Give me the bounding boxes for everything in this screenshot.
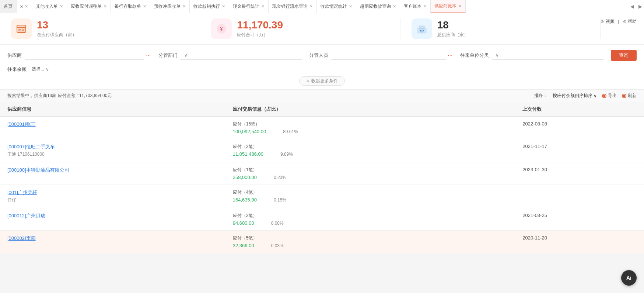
tab-receipt-stat[interactable]: 收款情况统计 ✕ <box>317 0 356 13</box>
tab-bank-deposit[interactable]: 银行存取款单 ✕ <box>111 0 150 13</box>
search-row-2: 往来余额 选择... ∨ <box>7 65 637 74</box>
summary-payable-suppliers: 13 总应付供应商（家） <box>7 18 200 39</box>
tab-cash-flow[interactable]: 现金银行流水查询 ✕ <box>269 0 317 13</box>
balance-arrow: ∨ <box>46 67 49 72</box>
tab-receipt-exec[interactable]: 收款核销执行 ✕ <box>190 0 229 13</box>
supplier-sub-info: 王通 17106110000 <box>7 151 218 158</box>
tx-amount[interactable]: 32,366.00 <box>233 243 254 248</box>
supplier-label: 供应商 <box>7 52 22 59</box>
export-button[interactable]: 导出 <box>602 93 617 99</box>
results-actions: 排序： 按应付余额倒序排序 ∨ 导出 刷新 <box>534 93 637 99</box>
tx-percent: 0.23% <box>274 175 286 180</box>
tab-cash-bank-stat[interactable]: 现金银行统计 ✕ <box>229 0 269 13</box>
tx-info-cell: 应付（2笔）11,051,486.009.89% <box>225 139 515 162</box>
supplier-link[interactable]: [001]广州荣轩 <box>7 190 37 195</box>
supplier-link[interactable]: [000001]张三 <box>7 121 36 127</box>
tx-amount[interactable]: 94,600.00 <box>233 220 254 226</box>
payable-total-amount: 11,170.39 <box>237 20 283 31</box>
tab-prepay[interactable]: 预收冲应收单 ✕ <box>150 0 190 13</box>
tab-cash-bank-stat-label: 现金银行统计 <box>233 3 259 10</box>
supplier-link[interactable]: [000007]恒旺二手叉车 <box>7 144 55 149</box>
tx-amount[interactable]: 164,635.90 <box>233 197 257 203</box>
tab-supplier-book-label: 供应商账本 <box>434 3 456 9</box>
table-row: [000001]张三应付（15笔）100,092,540.0089.61%202… <box>0 117 644 139</box>
nav-right-arrow[interactable]: ▶ <box>636 0 644 13</box>
close-tab-customer[interactable]: ✕ <box>423 4 427 9</box>
results-summary: 搜索结果中，供应商13家 应付金额 111,703,854.00元 <box>7 93 112 99</box>
query-button[interactable]: 查询 <box>611 50 637 61</box>
supplier-link[interactable]: [000012]广州贝瑞 <box>7 213 45 218</box>
balance-dropdown[interactable]: 选择... ∨ <box>29 65 88 74</box>
search-row-1: 供应商 ··· 分管部门 ∨ 分管人员 ··· 往来单位分类 ∨ 查询 <box>7 50 637 61</box>
person-dots[interactable]: ··· <box>448 52 452 59</box>
close-tab-3[interactable]: ✕ <box>25 4 28 9</box>
tab-other-income-label: 其他收入单 <box>36 3 58 10</box>
tab-ar-ap-adjust[interactable]: 应收应付调整单 ✕ <box>67 0 111 13</box>
department-field: 分管部门 ∨ <box>158 51 302 60</box>
category-dropdown[interactable]: ∨ <box>492 51 604 60</box>
total-suppliers-count: 18 <box>437 20 468 31</box>
close-tab-cash-flow[interactable]: ✕ <box>309 4 313 9</box>
close-tab-other-income[interactable]: ✕ <box>60 4 63 9</box>
tx-amount[interactable]: 258,000.00 <box>233 175 257 180</box>
search-area: 供应商 ··· 分管部门 ∨ 分管人员 ··· 往来单位分类 ∨ 查询 往来 <box>0 45 644 90</box>
tab-home-label: 首页 <box>4 3 13 10</box>
help-link[interactable]: ⊙ 帮助 <box>623 18 637 25</box>
supplier-input[interactable] <box>25 51 144 60</box>
supplier-link[interactable]: [000002]李四 <box>7 235 36 241</box>
close-tab-overdue[interactable]: ✕ <box>393 4 396 9</box>
svg-rect-0 <box>17 25 26 32</box>
tab-other-income[interactable]: 其他收入单 ✕ <box>32 0 67 13</box>
supplier-info-cell: [000012]广州贝瑞 <box>0 208 225 231</box>
tab-overdue-ar[interactable]: 超期应收款查询 ✕ <box>356 0 400 13</box>
summary-payable-total: ¥ 11,170.39 应付合计（万） <box>200 18 400 39</box>
table-row: [000100]本特勤油品有限公司应付（1笔）258,000.000.23%20… <box>0 162 644 185</box>
summary-total-suppliers: 18 总供应商（家） <box>400 18 601 39</box>
tab-home[interactable]: 首页 <box>0 0 17 13</box>
category-label: 往来单位分类 <box>460 52 489 59</box>
col-supplier-info: 供应商信息 <box>0 102 225 117</box>
summary-bar: 13 总应付供应商（家） ¥ 11,170.39 应付合计（万） 1 <box>0 13 644 45</box>
tx-amount[interactable]: 100,092,540.00 <box>233 129 266 134</box>
tx-info-cell: 应付（4笔）164,635.900.15% <box>225 185 515 208</box>
department-label: 分管部门 <box>158 52 178 59</box>
tab-3[interactable]: 3 ✕ <box>17 0 32 13</box>
last-payment-cell: 2020-11-20 <box>515 231 644 253</box>
svg-rect-10 <box>420 30 423 32</box>
close-tab-receipt-stat[interactable]: ✕ <box>349 4 352 9</box>
tx-amount[interactable]: 11,051,486.00 <box>233 151 263 157</box>
close-tab-cash-bank[interactable]: ✕ <box>261 4 265 9</box>
video-link[interactable]: ⊙ 视频 <box>601 18 614 25</box>
payable-suppliers-count: 13 <box>37 20 77 31</box>
tx-info-cell: 应付（1笔）258,000.000.23% <box>225 162 515 185</box>
payable-total-label: 应付合计（万） <box>237 32 283 38</box>
top-links: ⊙ 视频 | ⊙ 帮助 <box>601 18 637 25</box>
close-tab-bank[interactable]: ✕ <box>143 4 146 9</box>
tab-ar-ap-adjust-label: 应收应付调整单 <box>71 3 102 10</box>
close-tab-ar-ap[interactable]: ✕ <box>104 4 107 9</box>
close-tab-prepay[interactable]: ✕ <box>182 4 186 9</box>
close-tab-supplier[interactable]: ✕ <box>458 4 462 8</box>
person-input[interactable] <box>331 51 446 60</box>
supplier-sub-info: 仔仔 <box>7 197 218 203</box>
tab-supplier-book[interactable]: 供应商账本 ✕ <box>431 0 466 13</box>
export-label: 导出 <box>608 93 617 99</box>
close-tab-receipt[interactable]: ✕ <box>222 4 225 9</box>
refresh-button[interactable]: 刷新 <box>622 93 637 99</box>
tab-prepay-label: 预收冲应收单 <box>154 3 181 10</box>
person-label: 分管人员 <box>309 52 328 59</box>
supplier-info-cell: [001]广州荣轩仔仔 <box>0 185 225 208</box>
supplier-dots[interactable]: ··· <box>146 52 151 59</box>
last-payment-date: 2020-11-20 <box>522 235 547 241</box>
tx-percent: 89.61% <box>283 129 298 134</box>
tab-customer-book[interactable]: 客户账本 ✕ <box>400 0 431 13</box>
sort-dropdown[interactable]: 按应付余额倒序排序 ∨ <box>553 93 597 99</box>
supplier-link[interactable]: [000100]本特勤油品有限公司 <box>7 167 69 173</box>
total-suppliers-text: 18 总供应商（家） <box>437 20 468 38</box>
table-header-row: 供应商信息 应付交易信息（占比） 上次付数 <box>0 102 644 117</box>
department-dropdown[interactable]: ∨ <box>181 51 302 60</box>
nav-left-arrow[interactable]: ◀ <box>628 0 636 13</box>
balance-field: 往来余额 选择... ∨ <box>7 65 88 74</box>
collapse-button[interactable]: ∧ 收起更多条件 <box>299 76 344 86</box>
col-last-payment: 上次付数 <box>515 102 644 117</box>
